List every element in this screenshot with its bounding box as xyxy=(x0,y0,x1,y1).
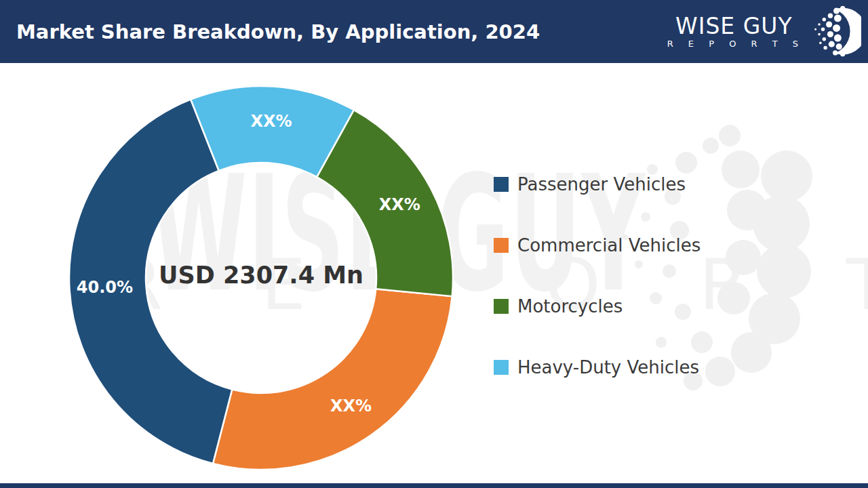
slice-percentage-label: XX% xyxy=(330,396,372,415)
legend-item-passenger-vehicles: Passenger Vehicles xyxy=(494,173,701,196)
slice-percentage-label: XX% xyxy=(250,112,292,131)
wiseguy-logo-text: WISE GUY R E P O R T S xyxy=(664,14,804,47)
bottom-bar xyxy=(0,483,868,488)
donut-center-value: USD 2307.4 Mn xyxy=(125,262,397,289)
legend-swatch xyxy=(494,299,509,314)
logo-reports-label: R E P O R T S xyxy=(664,39,804,48)
slice-percentage-label: XX% xyxy=(379,195,420,214)
logo-face-icon xyxy=(806,3,861,60)
page-title: Market Share Breakdown, By Application, … xyxy=(16,20,540,43)
legend-item-commercial-vehicles: Commercial Vehicles xyxy=(494,234,701,257)
legend-label: Motorcycles xyxy=(517,296,623,317)
donut-chart: 40.0%XX%XX%XX% xyxy=(0,0,868,488)
legend-swatch xyxy=(494,177,509,192)
wiseguy-logo: WISE GUY R E P O R T S xyxy=(664,3,861,60)
donut-slice-commercial-vehicles xyxy=(213,289,452,470)
logo-wiseguy-label: WISE GUY xyxy=(664,14,804,39)
legend-item-motorcycles: Motorcycles xyxy=(494,295,701,318)
legend-label: Commercial Vehicles xyxy=(517,235,701,256)
slice-percentage-label: 40.0% xyxy=(77,278,133,297)
legend-swatch xyxy=(494,360,509,375)
legend-swatch xyxy=(494,238,509,253)
legend-label: Heavy-Duty Vehicles xyxy=(517,357,699,378)
chart-legend: Passenger VehiclesCommercial VehiclesMot… xyxy=(494,173,701,417)
legend-item-heavy-duty-vehicles: Heavy-Duty Vehicles xyxy=(494,356,701,379)
legend-label: Passenger Vehicles xyxy=(517,174,686,195)
